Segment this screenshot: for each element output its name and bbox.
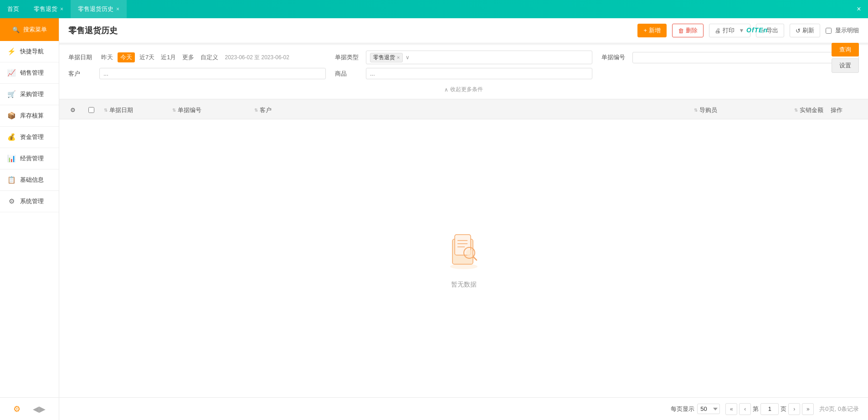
sidebar-item-basic-info[interactable]: 📋 基础信息 xyxy=(0,169,59,191)
svg-point-8 xyxy=(466,250,473,256)
sidebar-item-sales-mgmt[interactable]: 📈 销售管理 xyxy=(0,62,59,84)
customer-input[interactable] xyxy=(99,68,326,79)
type-tag-input[interactable]: 零售退货 × ∨ xyxy=(366,51,592,64)
search-menu-label: 搜索菜单 xyxy=(23,26,47,34)
refresh-label: 刷新 xyxy=(802,26,814,35)
print-label: 打印 xyxy=(723,26,734,35)
date-opt-1month[interactable]: 近1月 xyxy=(159,52,178,62)
per-page-select[interactable]: 50 10 20 100 xyxy=(697,404,720,414)
date-opt-today[interactable]: 今天 xyxy=(118,52,135,62)
th-amount[interactable]: ⇅ 实销金额 xyxy=(759,106,827,114)
th-settings[interactable]: ⚙ xyxy=(64,107,82,113)
th-guide-label: 导购员 xyxy=(699,106,717,114)
type-tag: 零售退货 × xyxy=(370,53,403,62)
refresh-icon: ↺ xyxy=(796,27,801,34)
page-number-input[interactable] xyxy=(760,403,779,415)
empty-state: 暂无数据 xyxy=(59,119,868,397)
svg-line-7 xyxy=(473,257,477,260)
type-tag-remove[interactable]: × xyxy=(397,55,400,60)
tab-home[interactable]: 首页 xyxy=(0,0,26,18)
sidebar-bottom: ⚙ ◀▶ xyxy=(0,397,59,420)
goods-filter-label: 商品 xyxy=(335,70,362,78)
th-guide[interactable]: ⇅ 导购员 xyxy=(690,106,759,114)
customer-filter-label: 客户 xyxy=(68,70,96,78)
filter-row-1: 单据日期 昨天 今天 近7天 近1月 更多 自定义 2023-06-02 至 2… xyxy=(68,51,859,64)
th-number[interactable]: ⇅ 单据编号 xyxy=(169,106,251,114)
th-date-label: 单据日期 xyxy=(109,106,133,114)
date-opt-custom[interactable]: 自定义 xyxy=(199,52,220,62)
goods-input[interactable] xyxy=(366,68,592,79)
sidebar-item-quick-nav[interactable]: ⚡ 快捷导航 xyxy=(0,41,59,62)
print-button[interactable]: 🖨 打印 ▼ xyxy=(709,24,750,37)
operations-icon: 📊 xyxy=(7,154,15,163)
tab-retail-return-close[interactable]: × xyxy=(60,6,63,12)
collapse-row: ∧ 收起更多条件 xyxy=(68,83,859,93)
new-button[interactable]: + 新增 xyxy=(637,24,666,37)
sidebar: 🔍 搜索菜单 ⚡ 快捷导航 📈 销售管理 🛒 采购管理 📦 库存核算 💰 资金管… xyxy=(0,18,59,420)
sidebar-item-finance-label: 资金管理 xyxy=(20,133,44,141)
sidebar-item-sales-label: 销售管理 xyxy=(20,69,44,77)
tab-retail-return[interactable]: 零售退货 × xyxy=(26,0,71,18)
search-menu[interactable]: 🔍 搜索菜单 xyxy=(0,18,59,41)
sidebar-item-system[interactable]: ⚙ 系统管理 xyxy=(0,191,59,212)
number-filter-label: 单据编号 xyxy=(601,53,629,61)
type-dropdown-arrow[interactable]: ∨ xyxy=(406,54,410,61)
quick-nav-icon: ⚡ xyxy=(7,47,15,56)
sidebar-item-finance[interactable]: 💰 资金管理 xyxy=(0,127,59,148)
delete-button[interactable]: 🗑 删除 xyxy=(672,24,704,37)
query-button[interactable]: 查询 xyxy=(832,43,859,56)
sidebar-item-inventory[interactable]: 📦 库存核算 xyxy=(0,105,59,127)
sidebar-item-inventory-label: 库存核算 xyxy=(20,112,44,120)
th-customer-sort-icon: ⇅ xyxy=(254,108,258,113)
brand-label: OfTEn xyxy=(746,26,768,34)
select-all-checkbox[interactable] xyxy=(88,107,94,113)
date-opt-7days[interactable]: 近7天 xyxy=(138,52,156,62)
inventory-icon: 📦 xyxy=(7,112,15,120)
type-filter: 单据类型 零售退货 × ∨ xyxy=(335,51,592,64)
sidebar-item-purchase-mgmt[interactable]: 🛒 采购管理 xyxy=(0,84,59,105)
type-tag-text: 零售退货 xyxy=(373,54,395,61)
refresh-button[interactable]: ↺ 刷新 xyxy=(790,24,820,37)
total-info: 共0页, 0条记录 xyxy=(819,405,859,413)
basic-info-icon: 📋 xyxy=(7,176,15,184)
per-page-label: 每页显示 xyxy=(671,405,694,413)
next-page-button[interactable]: › xyxy=(788,403,800,415)
per-page-selector: 每页显示 50 10 20 100 xyxy=(671,404,720,414)
th-checkbox[interactable] xyxy=(82,107,100,113)
tab-retail-return-history-label: 零售退货历史 xyxy=(78,5,113,13)
type-filter-label: 单据类型 xyxy=(335,53,362,61)
settings-icon[interactable]: ⚙ xyxy=(70,107,76,113)
purchase-icon: 🛒 xyxy=(7,90,15,98)
sidebar-item-basic-label: 基础信息 xyxy=(20,176,44,184)
sales-icon: 📈 xyxy=(7,69,15,77)
display-checkbox[interactable] xyxy=(826,28,832,34)
date-opt-more[interactable]: 更多 xyxy=(180,52,196,62)
tab-retail-return-history[interactable]: 零售退货历史 × xyxy=(71,0,127,18)
finance-icon: 💰 xyxy=(7,133,15,141)
table-header: ⚙ ⇅ 单据日期 ⇅ 单据编号 ⇅ 客户 ⇅ xyxy=(59,101,868,119)
sound-bottom-icon[interactable]: ◀▶ xyxy=(33,404,46,414)
sidebar-item-operations[interactable]: 📊 经营管理 xyxy=(0,148,59,169)
print-arrow-icon: ▼ xyxy=(739,27,745,34)
date-opt-yesterday[interactable]: 昨天 xyxy=(99,52,115,62)
th-number-sort-icon: ⇅ xyxy=(172,108,176,113)
th-customer[interactable]: ⇅ 客户 xyxy=(251,106,690,114)
collapse-button[interactable]: ∧ 收起更多条件 xyxy=(444,86,483,93)
number-input[interactable] xyxy=(632,52,859,63)
settings-bottom-icon[interactable]: ⚙ xyxy=(13,404,21,414)
th-amount-label: 实销金额 xyxy=(800,106,823,114)
prev-page-button[interactable]: ‹ xyxy=(739,403,751,415)
display-toggle[interactable]: 显示明细 xyxy=(826,26,859,35)
print-icon: 🖨 xyxy=(715,27,721,34)
empty-illustration xyxy=(441,228,487,273)
window-close-button[interactable]: × xyxy=(850,0,868,18)
last-page-button[interactable]: » xyxy=(802,403,814,415)
tab-retail-return-history-close[interactable]: × xyxy=(116,6,119,12)
export-label: 导出 xyxy=(766,26,778,35)
first-page-button[interactable]: « xyxy=(725,403,737,415)
delete-icon: 🗑 xyxy=(678,27,684,34)
th-date[interactable]: ⇅ 单据日期 xyxy=(100,106,169,114)
sidebar-item-quick-nav-label: 快捷导航 xyxy=(20,47,44,56)
setting-button[interactable]: 设置 xyxy=(832,58,859,73)
page-unit: 页 xyxy=(781,405,786,413)
